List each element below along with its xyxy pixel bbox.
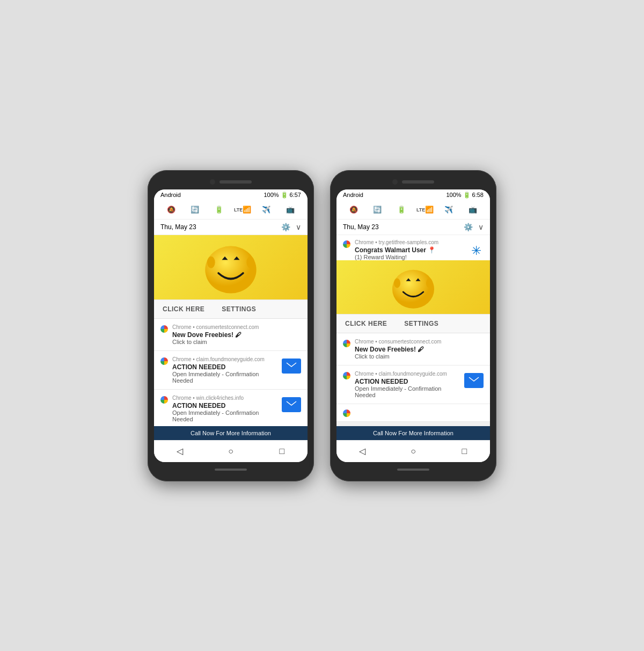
notif-source-2-2: Chrome • claim.foundmoneyguide.com — [355, 371, 460, 377]
smiley-svg-1 — [201, 238, 260, 297]
settings-btn-2[interactable]: SETTINGS — [396, 314, 447, 333]
nav-back-2[interactable]: ◁ — [356, 445, 369, 458]
date-row-2: Thu, May 23 ⚙️ ∨ — [336, 220, 490, 235]
notif-item-2-1[interactable]: Chrome • claim.foundmoneyguide.com ACTIO… — [154, 351, 308, 390]
notif-title-1-2: New Dove Freebies! 🖋 — [355, 346, 484, 353]
walmart-card-2[interactable]: Chrome • try.getitfree-samples.com Congr… — [336, 235, 490, 333]
notif-content-3-1: Chrome • win.click4riches.info ACTION NE… — [172, 395, 277, 422]
svg-rect-11 — [469, 376, 479, 385]
quick-icons-2: 🔕 🔄 🔋 LTE📶 ✈️ 📺 — [336, 201, 490, 220]
svg-point-9 — [394, 278, 400, 288]
smiley-face-1 — [154, 235, 308, 299]
screenshot-container: Android 100% 🔋 6:57 🔕 🔄 🔋 LTE📶 ✈️ 📺 Thu,… — [148, 170, 496, 481]
notif-partial-2 — [336, 404, 490, 422]
battery-icon-1: 🔋 — [281, 192, 288, 199]
nav-recent-2[interactable]: □ — [458, 445, 471, 458]
date-row-1: Thu, May 23 ⚙️ ∨ — [154, 220, 308, 235]
home-indicator-2 — [397, 469, 429, 471]
click-here-btn-1[interactable]: CLICK HERE — [154, 300, 213, 318]
svg-point-3 — [246, 256, 254, 268]
home-indicator-1 — [215, 469, 247, 471]
svg-point-2 — [207, 256, 215, 268]
qi-mute-1: 🔕 — [165, 204, 177, 216]
notif-item-3-1[interactable]: Chrome • win.click4riches.info ACTION NE… — [154, 390, 308, 426]
phone-camera-2 — [392, 179, 398, 185]
mail-icon-3-1 — [282, 397, 301, 412]
phone-top-bar-1 — [154, 177, 308, 187]
notif-item-1-1[interactable]: Chrome • consumertestconnect.com New Dov… — [154, 319, 308, 351]
notif-source-1-2: Chrome • consumertestconnect.com — [355, 339, 484, 345]
carrier-2: Android — [343, 192, 363, 198]
chrome-icon-2-1 — [160, 357, 168, 365]
settings-btn-1[interactable]: SETTINGS — [213, 300, 265, 318]
notif-actions-1: CLICK HERE SETTINGS — [154, 299, 308, 318]
bottom-banner-2[interactable]: Call Now For More Information — [336, 426, 490, 440]
status-bar-1: Android 100% 🔋 6:57 — [154, 189, 308, 201]
walmart-content-2: Chrome • try.getitfree-samples.com Congr… — [355, 239, 462, 260]
status-bar-2: Android 100% 🔋 6:58 — [336, 189, 490, 201]
android-nav-1: ◁ ○ □ — [154, 440, 308, 462]
notif-title-2-1: ACTION NEEDED — [172, 363, 277, 371]
qi-rotate-1: 🔄 — [189, 204, 201, 216]
date-icons-1: ⚙️ ∨ — [281, 223, 301, 231]
status-right-1: 100% 🔋 6:57 — [264, 192, 301, 199]
walmart-body-2: (1) Reward Waiting! — [355, 254, 462, 260]
time-1: 6:57 — [290, 192, 301, 198]
notif-content-1-1: Chrome • consumertestconnect.com New Dov… — [172, 324, 301, 345]
nav-home-1[interactable]: ○ — [224, 445, 237, 458]
chrome-icon-1-1 — [160, 325, 168, 333]
phone-1: Android 100% 🔋 6:57 🔕 🔄 🔋 LTE📶 ✈️ 📺 Thu,… — [148, 170, 314, 481]
android-nav-2: ◁ ○ □ — [336, 440, 490, 462]
notif-body-3-1: Open Immediately - Confirmation Needed — [172, 409, 277, 422]
nav-back-1[interactable]: ◁ — [173, 445, 186, 458]
phone-bottom-bar-2 — [336, 464, 490, 475]
nav-home-2[interactable]: ○ — [407, 445, 420, 458]
expand-icon-1[interactable]: ∨ — [296, 223, 301, 231]
phone-speaker-2 — [402, 180, 434, 184]
svg-rect-4 — [286, 362, 297, 370]
battery-icon-2: 🔋 — [463, 192, 471, 199]
notif-content-2-1: Chrome • claim.foundmoneyguide.com ACTIO… — [172, 356, 277, 384]
svg-point-10 — [426, 278, 433, 288]
qi-lte-1: LTE📶 — [237, 204, 248, 216]
qi-airplane-2: ✈️ — [443, 204, 455, 216]
smiley-card-1: CLICK HERE SETTINGS — [154, 235, 308, 319]
svg-rect-5 — [286, 400, 297, 409]
phone-screen-1: Android 100% 🔋 6:57 🔕 🔄 🔋 LTE📶 ✈️ 📺 Thu,… — [154, 189, 308, 462]
walmart-logo-2: ✳ — [466, 240, 484, 258]
phone-camera-1 — [210, 179, 215, 185]
nav-recent-1[interactable]: □ — [275, 445, 288, 458]
qi-mute-2: 🔕 — [348, 204, 360, 216]
notif-actions-2: CLICK HERE SETTINGS — [336, 314, 490, 333]
settings-icon-1[interactable]: ⚙️ — [281, 223, 290, 231]
notif-body-1-2: Click to claim — [355, 353, 484, 360]
date-2: Thu, May 23 — [343, 223, 379, 231]
notif-title-1-1: New Dove Freebies! 🖋 — [172, 331, 301, 339]
notif-source-2-1: Chrome • claim.foundmoneyguide.com — [172, 356, 277, 362]
walmart-source-2: Chrome • try.getitfree-samples.com — [355, 239, 462, 245]
phone-bottom-bar-1 — [154, 464, 308, 475]
expand-icon-2[interactable]: ∨ — [478, 223, 484, 231]
notif-source-1-1: Chrome • consumertestconnect.com — [172, 324, 301, 330]
battery-1: 100% — [264, 192, 279, 198]
status-right-2: 100% 🔋 6:58 — [446, 192, 484, 199]
battery-2: 100% — [446, 192, 461, 198]
phone-top-bar-2 — [336, 177, 490, 187]
notif-item-1-2[interactable]: Chrome • consumertestconnect.com New Dov… — [336, 333, 490, 365]
date-1: Thu, May 23 — [160, 223, 196, 231]
click-here-btn-2[interactable]: CLICK HERE — [336, 314, 396, 333]
qi-rotate-2: 🔄 — [371, 204, 383, 216]
svg-point-1 — [205, 246, 256, 293]
svg-text:✳: ✳ — [471, 244, 481, 258]
qi-battery2-1: 🔋 — [213, 204, 225, 216]
smiley-face-2 — [336, 260, 490, 314]
notif-item-2-2[interactable]: Chrome • claim.foundmoneyguide.com ACTIO… — [336, 365, 490, 404]
bottom-banner-1[interactable]: Call Now For More Information — [154, 426, 308, 440]
qi-lte-2: LTE📶 — [419, 204, 431, 216]
carrier-1: Android — [160, 192, 181, 198]
notif-body-2-2: Open Immediately - Confirmation Needed — [355, 385, 460, 398]
notif-body-1-1: Click to claim — [172, 339, 301, 345]
mail-icon-2-2 — [464, 373, 484, 388]
date-icons-2: ⚙️ ∨ — [464, 223, 484, 231]
settings-icon-2[interactable]: ⚙️ — [464, 223, 473, 231]
